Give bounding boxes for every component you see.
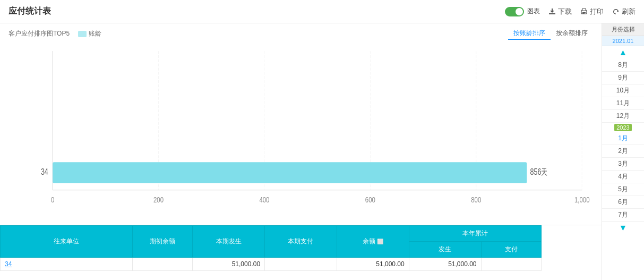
sidebar-month-8[interactable]: 8月 — [602, 59, 644, 72]
chart-toggle-wrap[interactable]: 图表 — [505, 7, 540, 16]
table-section: 往来单位 期初余额 本期发生 本期支付 余额 ⬜ 本年累计 发生 — [0, 225, 602, 271]
chart-label: 图表 — [527, 7, 540, 16]
chart-legend: 客户应付排序图TOP5 账龄 — [8, 29, 101, 38]
sidebar-month-2[interactable]: 2月 — [602, 145, 644, 158]
sidebar-month-3[interactable]: 3月 — [602, 158, 644, 171]
sidebar-month-10[interactable]: 10月 — [602, 84, 644, 97]
header-actions: 图表 下载 打印 刷新 — [505, 7, 636, 16]
sidebar-month-11[interactable]: 11月 — [602, 97, 644, 110]
svg-rect-3 — [582, 12, 586, 13]
nav-arrow-down[interactable]: ▼ — [602, 222, 644, 234]
cell-opening — [133, 258, 193, 271]
sidebar-month-1[interactable]: 1月 — [602, 132, 644, 145]
refresh-label: 刷新 — [622, 7, 636, 16]
col-header-ytd-occur: 发生 — [409, 242, 481, 258]
svg-text:0: 0 — [51, 196, 54, 205]
col-header-balance: 余额 ⬜ — [337, 226, 409, 258]
svg-text:856天: 856天 — [530, 167, 548, 176]
data-table: 往来单位 期初余额 本期发生 本期支付 余额 ⬜ 本年累计 发生 — [0, 225, 602, 271]
cell-current-pay — [265, 258, 337, 271]
sidebar-month-header: 月份选择 — [602, 23, 644, 36]
download-label: 下载 — [558, 7, 572, 16]
chart-sort-buttons: 按账龄排序 按余额排序 — [508, 28, 593, 40]
page-title: 应付统计表 — [8, 6, 51, 17]
print-button[interactable]: 打印 — [580, 7, 604, 16]
cell-unit[interactable]: 34 — [1, 258, 133, 271]
sidebar-nav: ▲ 8月 9月 10月 11月 12月 2023 1月 2月 3月 4月 5月 … — [602, 46, 644, 280]
sidebar-month-6[interactable]: 6月 — [602, 196, 644, 209]
print-icon — [580, 8, 588, 15]
year-marker-2023[interactable]: 2023 — [614, 124, 631, 131]
col-header-unit: 往来单位 — [1, 226, 133, 258]
svg-rect-4 — [582, 13, 585, 14]
legend-rank-label: 客户应付排序图TOP5 — [8, 29, 70, 38]
legend-item-aging: 账龄 — [78, 29, 101, 38]
svg-text:34: 34 — [41, 167, 48, 176]
chart-header: 客户应付排序图TOP5 账龄 按账龄排序 按余额排序 — [0, 23, 602, 44]
table-row: 34 51,000.00 51,000.00 51,000.00 — [1, 258, 602, 271]
sidebar-month-7[interactable]: 7月 — [602, 209, 644, 222]
svg-text:1,000: 1,000 — [574, 196, 590, 205]
svg-rect-12 — [53, 162, 527, 183]
chart-container: 34 856天 0 200 400 600 800 1,000 — [0, 44, 602, 225]
download-button[interactable]: 下载 — [548, 7, 572, 16]
col-header-current-occur: 本期发生 — [193, 226, 265, 258]
cell-current-occur: 51,000.00 — [193, 258, 265, 271]
col-header-current-pay: 本期支付 — [265, 226, 337, 258]
svg-text:600: 600 — [365, 196, 375, 205]
sidebar-month-9[interactable]: 9月 — [602, 72, 644, 84]
sidebar-current-month[interactable]: 2021.01 — [602, 36, 644, 46]
bar-chart: 34 856天 0 200 400 600 800 1,000 — [8, 44, 593, 225]
legend-aging-label: 账龄 — [89, 29, 101, 38]
sidebar-month-4[interactable]: 4月 — [602, 171, 644, 183]
svg-text:400: 400 — [259, 196, 269, 205]
legend-item-rank: 客户应付排序图TOP5 — [8, 29, 70, 38]
nav-arrow-up[interactable]: ▲ — [602, 46, 644, 59]
sort-by-aging-button[interactable]: 按账龄排序 — [508, 28, 551, 40]
sort-by-balance-button[interactable]: 按余额排序 — [551, 28, 593, 40]
refresh-icon — [612, 8, 620, 15]
sidebar-month-5[interactable]: 5月 — [602, 183, 644, 196]
right-sidebar: 月份选择 2021.01 ▲ 8月 9月 10月 11月 12月 2023 1月… — [602, 23, 644, 280]
cell-ytd-occur: 51,000.00 — [409, 258, 481, 271]
print-label: 打印 — [590, 7, 604, 16]
col-header-ytd-group: 本年累计 — [409, 226, 541, 242]
svg-text:200: 200 — [153, 196, 164, 205]
cell-balance: 51,000.00 — [337, 258, 409, 271]
svg-rect-0 — [549, 13, 555, 14]
svg-text:800: 800 — [471, 196, 481, 205]
svg-rect-2 — [582, 9, 586, 11]
col-header-opening: 期初余额 — [133, 226, 193, 258]
legend-box-aging — [78, 31, 87, 37]
cell-ytd-pay — [481, 258, 541, 271]
sidebar-month-12[interactable]: 12月 — [602, 110, 644, 123]
chart-toggle[interactable] — [505, 7, 524, 16]
download-icon — [548, 8, 556, 15]
refresh-button[interactable]: 刷新 — [612, 7, 636, 16]
col-header-ytd-pay: 支付 — [481, 242, 541, 258]
